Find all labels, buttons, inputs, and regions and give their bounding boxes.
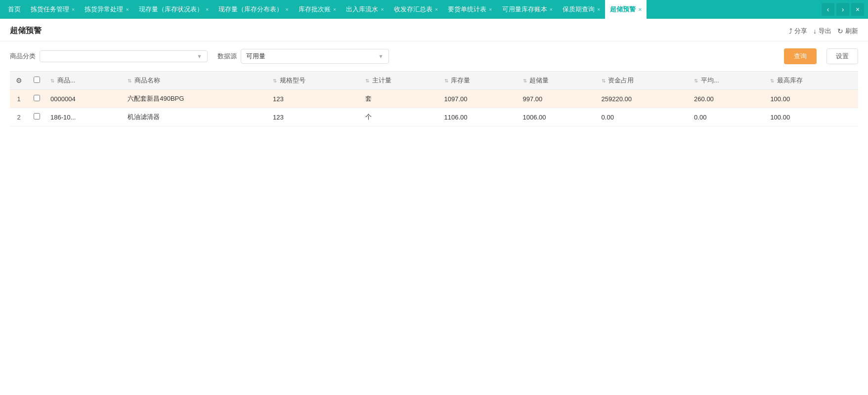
column-unit[interactable]: ⇅ 主计量 bbox=[360, 72, 439, 90]
table-row: 2 186-10... 机油滤清器 123 个 1106.00 1006.00 … bbox=[10, 108, 858, 126]
nav-arrow-left[interactable]: ‹ bbox=[822, 3, 834, 16]
sort-icon: ⇅ bbox=[365, 78, 369, 83]
nav-available-account[interactable]: 可用量库存账本 × bbox=[497, 0, 558, 19]
nav-quality-period[interactable]: 保质期查询 × bbox=[558, 0, 605, 19]
sort-icon: ⇅ bbox=[444, 78, 448, 83]
close-icon[interactable]: × bbox=[126, 6, 129, 12]
top-navigation: 首页 拣货任务管理 × 拣货异常处理 × 现存量（库存状况表） × 现存量（库存… bbox=[0, 0, 868, 19]
datasource-filter: 数据源 可用量 ▼ bbox=[217, 49, 389, 64]
product-code-cell: 0000004 bbox=[45, 90, 123, 108]
column-max-stock[interactable]: ⇅ 最高库存 bbox=[765, 72, 858, 90]
product-code-cell: 186-10... bbox=[45, 108, 123, 126]
close-icon[interactable]: × bbox=[550, 6, 553, 12]
row-index: 1 bbox=[10, 90, 28, 108]
overstock-cell: 997.00 bbox=[518, 90, 597, 108]
product-category-filter: 商品分类 ▼ bbox=[10, 50, 208, 62]
column-capital[interactable]: ⇅ 资金占用 bbox=[597, 72, 690, 90]
nav-batch-account[interactable]: 库存批次账 × bbox=[294, 0, 341, 19]
refresh-icon: ↻ bbox=[837, 27, 843, 35]
column-checkbox[interactable] bbox=[28, 72, 45, 90]
chevron-down-icon: ▼ bbox=[197, 53, 202, 59]
nav-pick-abnormal[interactable]: 拣货异常处理 × bbox=[80, 0, 133, 19]
spec-cell: 123 bbox=[268, 108, 361, 126]
column-avg[interactable]: ⇅ 平均... bbox=[689, 72, 765, 90]
avg-cell: 0.00 bbox=[689, 108, 765, 126]
spec-cell: 123 bbox=[268, 90, 361, 108]
sort-icon: ⇅ bbox=[523, 78, 527, 83]
nav-pick-task[interactable]: 拣货任务管理 × bbox=[26, 0, 80, 19]
row-checkbox[interactable] bbox=[34, 95, 40, 101]
refresh-action[interactable]: ↻ 刷新 bbox=[837, 27, 858, 36]
unit-cell: 套 bbox=[360, 90, 439, 108]
row-checkbox-cell[interactable] bbox=[28, 108, 45, 126]
close-icon[interactable]: × bbox=[333, 6, 336, 12]
page-header: 超储预警 ⤴ 分享 ↓ 导出 ↻ 刷新 bbox=[0, 19, 868, 41]
table-row: 1 0000004 六配套新昌490BPG 123 套 1097.00 997.… bbox=[10, 90, 858, 108]
nav-home[interactable]: 首页 bbox=[3, 0, 26, 19]
sort-icon: ⇅ bbox=[50, 78, 54, 83]
share-icon: ⤴ bbox=[789, 27, 792, 35]
export-icon: ↓ bbox=[813, 27, 817, 35]
column-spec[interactable]: ⇅ 规格型号 bbox=[268, 72, 361, 90]
nav-arrow-container: ‹ › × bbox=[821, 3, 865, 16]
nav-stock-status[interactable]: 现存量（库存状况表） × bbox=[134, 0, 214, 19]
data-table-container: ⚙ ⇅ 商品... ⇅ 商品名称 ⇅ 规格型号 ⇅ bbox=[0, 71, 868, 126]
close-icon[interactable]: × bbox=[435, 6, 438, 12]
max-stock-cell: 100.00 bbox=[765, 90, 858, 108]
nav-demand-stat[interactable]: 要货单统计表 × bbox=[443, 0, 497, 19]
nav-arrow-close[interactable]: × bbox=[851, 3, 864, 16]
nav-inout-flow[interactable]: 出入库流水 × bbox=[341, 0, 389, 19]
close-icon[interactable]: × bbox=[72, 6, 75, 12]
sort-icon: ⇅ bbox=[694, 78, 698, 83]
product-category-label: 商品分类 bbox=[10, 52, 36, 61]
capital-cell: 0.00 bbox=[597, 108, 690, 126]
avg-cell: 260.00 bbox=[689, 90, 765, 108]
sort-icon: ⇅ bbox=[273, 78, 277, 83]
nav-overstock-warning[interactable]: 超储预警 × bbox=[605, 0, 646, 19]
close-icon[interactable]: × bbox=[285, 6, 288, 12]
export-action[interactable]: ↓ 导出 bbox=[813, 27, 831, 36]
capital-cell: 259220.00 bbox=[597, 90, 690, 108]
column-overstock[interactable]: ⇅ 超储量 bbox=[518, 72, 597, 90]
row-index: 2 bbox=[10, 108, 28, 126]
page-title: 超储预警 bbox=[10, 26, 42, 36]
nav-arrow-right[interactable]: › bbox=[836, 3, 849, 16]
filter-bar: 商品分类 ▼ 数据源 可用量 ▼ 查询 设置 bbox=[0, 41, 868, 71]
datasource-label: 数据源 bbox=[217, 52, 237, 61]
chevron-down-icon: ▼ bbox=[378, 53, 384, 59]
overstock-cell: 1006.00 bbox=[518, 108, 597, 126]
column-product-name[interactable]: ⇅ 商品名称 bbox=[123, 72, 268, 90]
table-header-row: ⚙ ⇅ 商品... ⇅ 商品名称 ⇅ 规格型号 ⇅ bbox=[10, 72, 858, 90]
product-category-select[interactable]: ▼ bbox=[40, 50, 208, 62]
query-button[interactable]: 查询 bbox=[784, 48, 817, 64]
close-icon[interactable]: × bbox=[597, 6, 600, 12]
column-settings[interactable]: ⚙ bbox=[10, 72, 28, 90]
nav-summary[interactable]: 收发存汇总表 × bbox=[389, 0, 443, 19]
row-checkbox[interactable] bbox=[34, 113, 40, 119]
stock-cell: 1106.00 bbox=[439, 108, 518, 126]
close-icon[interactable]: × bbox=[206, 6, 209, 12]
close-icon[interactable]: × bbox=[381, 6, 384, 12]
share-action[interactable]: ⤴ 分享 bbox=[789, 27, 807, 36]
stock-cell: 1097.00 bbox=[439, 90, 518, 108]
max-stock-cell: 100.00 bbox=[765, 108, 858, 126]
settings-button[interactable]: 设置 bbox=[826, 48, 858, 64]
close-icon[interactable]: × bbox=[638, 6, 641, 12]
column-stock[interactable]: ⇅ 库存量 bbox=[439, 72, 518, 90]
product-name-cell: 机油滤清器 bbox=[123, 108, 268, 126]
select-all-checkbox[interactable] bbox=[34, 77, 40, 83]
header-actions: ⤴ 分享 ↓ 导出 ↻ 刷新 bbox=[789, 27, 858, 36]
gear-icon[interactable]: ⚙ bbox=[16, 77, 22, 84]
close-icon[interactable]: × bbox=[489, 6, 492, 12]
sort-icon: ⇅ bbox=[602, 78, 606, 83]
row-checkbox-cell[interactable] bbox=[28, 90, 45, 108]
sort-icon: ⇅ bbox=[128, 78, 131, 83]
data-table: ⚙ ⇅ 商品... ⇅ 商品名称 ⇅ 规格型号 ⇅ bbox=[10, 71, 858, 126]
product-name-cell: 六配套新昌490BPG bbox=[123, 90, 268, 108]
nav-stock-dist[interactable]: 现存量（库存分布表） × bbox=[214, 0, 293, 19]
column-product-code[interactable]: ⇅ 商品... bbox=[45, 72, 123, 90]
sort-icon: ⇅ bbox=[770, 78, 774, 83]
unit-cell: 个 bbox=[360, 108, 439, 126]
datasource-select[interactable]: 可用量 ▼ bbox=[241, 49, 389, 64]
